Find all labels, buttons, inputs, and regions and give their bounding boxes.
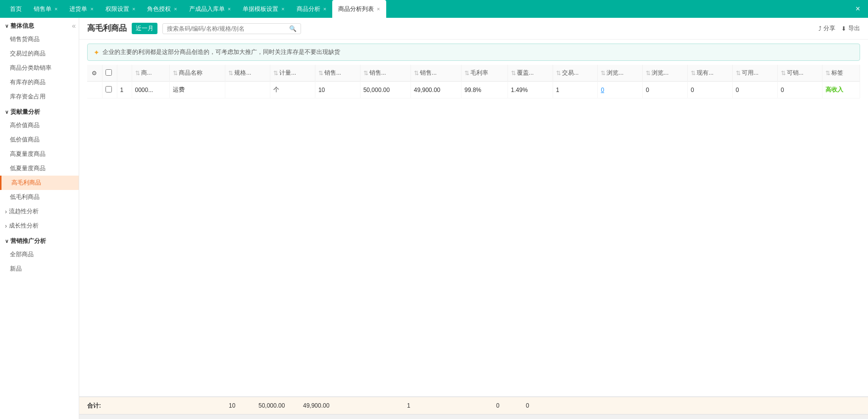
col-sort-icon[interactable]: ⇅ (318, 70, 323, 77)
sidebar-group: ∨整体信息销售货商品交易过的商品商品分类助销率有库存的商品库存资金占用 (0, 18, 79, 104)
sidebar-item[interactable]: 销售货商品 (0, 32, 79, 47)
cell-index: 1 (117, 82, 132, 98)
col-header-settings: ⚙ (87, 65, 102, 82)
col-sort-icon[interactable]: ⇅ (825, 70, 830, 77)
cell-saleProfit: 49,900.00 (410, 82, 461, 98)
sidebar-item[interactable]: 商品分类助销率 (0, 61, 79, 75)
cell-grossRate: 99.8% (461, 82, 508, 98)
table-container: ⚙⇅商...⇅商品名称⇅规格...⇅计量...⇅销售...⇅销售...⇅销售..… (79, 65, 868, 396)
nav-tab-label: 首页 (10, 5, 22, 13)
cell-saleQty: 10 (315, 82, 360, 98)
browse1-link[interactable]: 0 (601, 87, 604, 93)
sidebar-item[interactable]: 有库存的商品 (0, 75, 79, 90)
nav-tab-label: 单据模板设置 (243, 5, 278, 13)
chevron-right-icon: › (5, 223, 7, 230)
col-sort-icon[interactable]: ⇅ (556, 70, 561, 77)
cell-tag: 高收入 (822, 82, 860, 98)
nav-tab-label: 权限设置 (105, 5, 129, 13)
col-sort-icon[interactable]: ⇅ (691, 70, 696, 77)
select-all-checkbox[interactable] (105, 69, 112, 76)
sidebar-item[interactable]: 全部商品 (0, 247, 79, 262)
col-sort-icon[interactable]: ⇅ (363, 70, 368, 77)
nav-tab-进货单[interactable]: 进货单× (63, 0, 99, 18)
col-header-checkbox (102, 65, 117, 82)
sidebar-group-title[interactable]: ∨整体信息 (0, 18, 79, 32)
sidebar-item[interactable]: 高价值商品 (0, 118, 79, 133)
nav-tab-角色授权[interactable]: 角色授权× (141, 0, 183, 18)
col-sort-icon[interactable]: ⇅ (646, 70, 651, 77)
sidebar-group-title[interactable]: ∨营销推广分析 (0, 233, 79, 247)
footer-sale-amt: 50,000.00 (255, 402, 300, 409)
nav-tab-商品分析[interactable]: 商品分析× (291, 0, 332, 18)
nav-tab-单据模板设置[interactable]: 单据模板设置× (237, 0, 290, 18)
search-icon[interactable]: 🔍 (289, 25, 297, 32)
nav-tab-label: 进货单 (69, 5, 87, 13)
time-filter-button[interactable]: 近一月 (132, 23, 157, 34)
sidebar-group-collapsed[interactable]: ›流趋性分析 (0, 204, 79, 219)
footer-empty1 (345, 402, 374, 409)
search-input[interactable] (167, 25, 287, 32)
group-arrow-icon: ∨ (5, 109, 8, 115)
col-header-tag: ⇅标签 (822, 65, 860, 82)
search-box: 🔍 (162, 23, 301, 34)
sidebar-item[interactable]: 低毛利商品 (0, 190, 79, 204)
group-arrow-icon: ∨ (5, 238, 8, 244)
col-sort-icon[interactable]: ⇅ (736, 70, 741, 77)
tab-close-icon[interactable]: × (228, 6, 231, 12)
table-row: 10000...运费个1050,000.0049,900.0099.8%1.49… (87, 82, 860, 98)
nav-tab-销售单[interactable]: 销售单× (28, 0, 63, 18)
sidebar-item[interactable]: 库存资金占用 (0, 90, 79, 104)
tab-close-icon[interactable]: × (90, 6, 93, 12)
settings-icon[interactable]: ⚙ (92, 70, 97, 77)
export-button[interactable]: ⬇ 导出 (841, 24, 860, 33)
cell-browse2: 0 (643, 82, 688, 98)
nav-tab-商品分析列表[interactable]: 商品分析列表× (332, 0, 386, 18)
col-header-code: ⇅商... (132, 65, 169, 82)
nav-tab-权限设置[interactable]: 权限设置× (100, 0, 141, 18)
cell-name: 运费 (169, 82, 225, 98)
sidebar-group-collapsed[interactable]: ›成长性分析 (0, 219, 79, 233)
col-header-stock2: ⇅可用... (732, 65, 777, 82)
col-header-name: ⇅商品名称 (169, 65, 225, 82)
col-header-stock3: ⇅可销... (777, 65, 822, 82)
sidebar-item[interactable]: 低夏量度商品 (0, 161, 79, 176)
sidebar-item[interactable]: 低价值商品 (0, 133, 79, 147)
cell-trade: 1 (553, 82, 598, 98)
row-checkbox[interactable] (105, 86, 112, 93)
nav-tab-产成品入库单[interactable]: 产成品入库单× (183, 0, 237, 18)
col-sort-icon[interactable]: ⇅ (135, 70, 140, 77)
cell-stock1: 0 (688, 82, 733, 98)
top-nav: 首页销售单×进货单×权限设置×角色授权×产成品入库单×单据模板设置×商品分析×商… (0, 0, 868, 18)
tab-close-icon[interactable]: × (132, 6, 135, 12)
tab-close-icon[interactable]: × (377, 6, 380, 12)
close-all-button[interactable]: × (852, 4, 864, 13)
tab-close-icon[interactable]: × (281, 6, 284, 12)
tab-close-icon[interactable]: × (174, 6, 177, 12)
col-sort-icon[interactable]: ⇅ (781, 70, 786, 77)
col-sort-icon[interactable]: ⇅ (601, 70, 606, 77)
col-sort-icon[interactable]: ⇅ (511, 70, 516, 77)
col-sort-icon[interactable]: ⇅ (414, 70, 419, 77)
nav-tab-label: 商品分析列表 (338, 5, 374, 13)
nav-tab-label: 角色授权 (147, 5, 171, 13)
tab-close-icon[interactable]: × (54, 6, 57, 12)
col-sort-icon[interactable]: ⇅ (273, 70, 278, 77)
table-footer: 合计: 10 50,000.00 49,900.00 1 0 0 (79, 396, 868, 414)
col-header-trade: ⇅交易... (553, 65, 598, 82)
col-sort-icon[interactable]: ⇅ (228, 70, 233, 77)
sidebar-item[interactable]: 交易过的商品 (0, 47, 79, 61)
tab-close-icon[interactable]: × (323, 6, 326, 12)
horizontal-scrollbar[interactable] (79, 414, 868, 419)
col-sort-icon[interactable]: ⇅ (464, 70, 469, 77)
cell-stock2: 0 (732, 82, 777, 98)
nav-tab-首页[interactable]: 首页 (4, 0, 28, 18)
sidebar-item[interactable]: 新品 (0, 262, 79, 276)
sidebar-group-title[interactable]: ∨贡献量分析 (0, 104, 79, 118)
sidebar-item[interactable]: 高毛利商品 (0, 176, 79, 190)
share-button[interactable]: ⤴ 分享 (818, 24, 835, 33)
info-text: 企业的主要的利润都是这部分商品创造的，可考虑加大推广，同时关注库存是不要出现缺货 (102, 48, 340, 56)
sidebar-collapse-button[interactable]: « (72, 22, 76, 30)
sidebar-item[interactable]: 高夏量度商品 (0, 147, 79, 161)
col-sort-icon[interactable]: ⇅ (173, 70, 178, 77)
col-header-coverage: ⇅覆盖... (508, 65, 553, 82)
